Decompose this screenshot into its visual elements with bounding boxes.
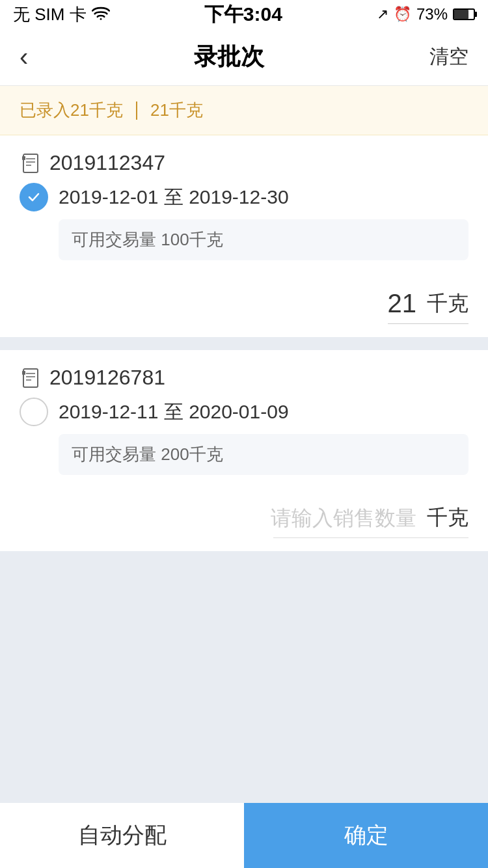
batch-2-icon <box>20 366 43 390</box>
page-title: 录批次 <box>194 41 264 73</box>
clear-button[interactable]: 清空 <box>429 44 468 70</box>
batch-2-checkbox[interactable] <box>20 398 48 426</box>
status-right: ↗ ⏰ 73% <box>377 5 475 23</box>
svg-rect-6 <box>23 369 38 387</box>
summary-value: 21千克 <box>150 99 203 122</box>
svg-rect-10 <box>22 371 25 375</box>
battery-icon <box>453 8 475 20</box>
status-bar: 无 SIM 卡 下午3:04 ↗ ⏰ 73% <box>0 0 488 29</box>
status-left: 无 SIM 卡 <box>13 3 110 26</box>
bottom-bar: 自动分配 确定 <box>0 803 488 868</box>
back-button[interactable]: ‹ <box>20 42 28 72</box>
batch-1-quantity-value: 21 <box>388 289 417 318</box>
location-icon: ↗ <box>377 6 388 23</box>
batch-1-card: 2019112347 2019-12-01 至 2019-12-30 可用交易量… <box>0 135 488 276</box>
alarm-icon: ⏰ <box>394 6 411 23</box>
batch-1-quantity-row: 21 千克 <box>0 276 488 337</box>
input-underline <box>273 537 468 538</box>
batch-1-quantity-unit: 千克 <box>427 290 468 318</box>
section-divider <box>0 337 488 350</box>
batch-2-card: 2019126781 2019-12-11 至 2020-01-09 可用交易量… <box>0 350 488 491</box>
batch-1-availability: 可用交易量 100千克 <box>59 219 468 260</box>
svg-rect-1 <box>23 154 38 172</box>
summary-label: 已录入21千克 <box>20 99 123 122</box>
batch-2-availability: 可用交易量 200千克 <box>59 434 468 475</box>
batch-2-row[interactable]: 2019-12-11 至 2020-01-09 <box>20 398 468 426</box>
batch-1-icon <box>20 152 43 175</box>
batch-2-date: 2019-12-11 至 2020-01-09 <box>59 399 289 426</box>
summary-divider <box>136 102 137 120</box>
status-time: 下午3:04 <box>204 1 282 28</box>
svg-point-0 <box>100 18 102 20</box>
quantity-input[interactable] <box>221 506 416 530</box>
batch-2-quantity-unit: 千克 <box>427 504 468 532</box>
svg-rect-5 <box>22 156 25 160</box>
wifi-icon <box>92 5 110 25</box>
batch-2-quantity-row: 千克 <box>0 491 488 551</box>
nav-bar: ‹ 录批次 清空 <box>0 29 488 86</box>
batch-1-checkbox[interactable] <box>20 183 48 211</box>
batch-1-row[interactable]: 2019-12-01 至 2019-12-30 <box>20 183 468 211</box>
batch-1-date: 2019-12-01 至 2019-12-30 <box>59 184 289 211</box>
batch-1-quantity-underline: 21 千克 <box>388 289 469 324</box>
batch-2-header: 2019126781 <box>20 366 468 390</box>
auto-distribute-button[interactable]: 自动分配 <box>0 803 244 868</box>
summary-banner: 已录入21千克 21千克 <box>0 86 488 135</box>
confirm-button[interactable]: 确定 <box>244 803 488 868</box>
batch-1-header: 2019112347 <box>20 151 468 175</box>
batch-1-id: 2019112347 <box>49 151 165 175</box>
battery-text: 73% <box>416 5 448 23</box>
carrier-text: 无 SIM 卡 <box>13 3 87 26</box>
batch-2-id: 2019126781 <box>49 366 165 390</box>
